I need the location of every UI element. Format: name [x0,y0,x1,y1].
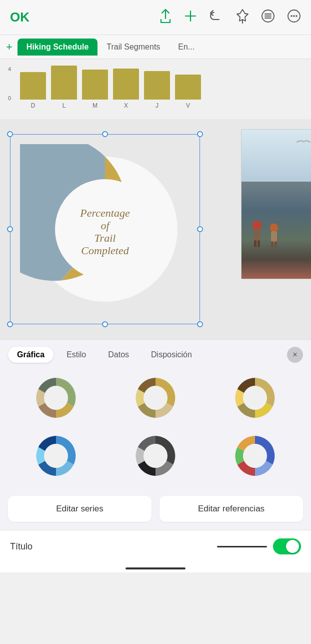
toggle-thumb [286,540,299,553]
y-axis: 4 0 [8,66,11,101]
tab-hiking-schedule[interactable]: Hiking Schedule [18,39,98,56]
edit-references-button[interactable]: Editar referencias [160,496,303,522]
handle-middle-right[interactable] [197,226,203,232]
svg-point-7 [293,15,295,17]
bird-icon [296,139,310,148]
swatch-2[interactable] [110,373,201,423]
filter-icon[interactable] [261,9,275,26]
edit-series-button[interactable]: Editar series [8,496,152,522]
svg-rect-17 [274,241,277,248]
bottom-panel: Gráfica Estilo Datos Disposición × [0,339,311,572]
tab-enc[interactable]: En... [169,39,204,56]
donut-chart-selected[interactable]: Percentage of Trail Completed [10,134,200,324]
titulo-label: Título [10,541,211,552]
svg-rect-16 [271,241,274,248]
titulo-row: Título [0,530,311,562]
svg-point-21 [44,444,68,468]
toolbar-icons [159,9,301,27]
bar-chart: D L M X J V [8,64,303,109]
svg-point-6 [290,15,292,17]
tab-datos[interactable]: Datos [99,347,138,363]
svg-rect-12 [254,240,256,247]
donut-text-line1: Percentage [80,207,130,219]
edit-buttons-row: Editar series Editar referencias [0,491,311,530]
photo-image [242,130,311,279]
canvas-area: Percentage of Trail Completed [0,119,311,339]
ok-button[interactable]: OK [10,10,30,25]
swatch-4[interactable] [10,431,102,481]
handle-top-center[interactable] [102,131,108,137]
swatches-grid [10,373,301,481]
tab-bar: + Hiking Schedule Trail Segments En... [0,35,311,59]
tab-estilo[interactable]: Estilo [58,347,95,363]
swatch-3[interactable] [210,373,301,423]
svg-point-20 [243,386,267,410]
svg-rect-13 [258,240,260,247]
home-bar [126,567,186,569]
swatch-6[interactable] [210,431,301,481]
more-icon[interactable] [287,9,301,26]
svg-rect-11 [254,229,260,241]
svg-point-8 [296,15,298,17]
people-silhouettes [250,221,280,249]
undo-icon[interactable] [209,10,224,26]
handle-middle-left[interactable] [7,226,13,232]
svg-point-10 [252,221,262,230]
handle-top-right[interactable] [197,131,203,137]
donut-text-line3: Trail [94,232,116,244]
close-panel-button[interactable]: × [287,347,303,363]
pin-icon[interactable] [236,9,249,27]
y-label-4: 4 [8,66,11,72]
panel-tabs-row: Gráfica Estilo Datos Disposición × [0,340,311,368]
tab-grafica[interactable]: Gráfica [8,347,54,363]
swatch-1[interactable] [10,373,102,423]
add-sheet-button[interactable]: + [6,41,12,54]
swatch-5[interactable] [110,431,201,481]
svg-point-18 [44,386,68,410]
donut-svg: Percentage of Trail Completed [20,144,190,314]
titulo-divider-line [217,546,267,547]
bar-L: L [51,66,77,109]
swatches-section [0,368,311,491]
svg-point-14 [270,224,278,232]
svg-rect-15 [271,231,277,242]
bar-J: J [144,71,170,109]
bar-V: V [175,75,201,109]
y-label-0: 0 [8,95,11,101]
photo-thumbnail [241,129,311,279]
home-indicator [0,562,311,572]
toolbar: OK [0,0,311,35]
donut-svg-container: Percentage of Trail Completed [20,144,190,314]
titulo-toggle[interactable] [273,538,301,554]
handle-bottom-center[interactable] [102,321,108,327]
bar-chart-area: 4 0 D L M X J V [0,59,311,119]
bar-M: M [82,70,108,109]
share-icon[interactable] [159,9,172,27]
handle-top-left[interactable] [7,131,13,137]
bar-X: X [113,69,139,109]
add-icon[interactable] [184,10,197,26]
donut-text-line2: of [100,219,110,232]
svg-point-22 [144,444,168,468]
svg-point-19 [144,386,168,410]
handle-bottom-right[interactable] [197,321,203,327]
bar-D: D [20,72,46,109]
tab-disposicion[interactable]: Disposición [142,347,201,363]
svg-point-23 [243,444,267,468]
close-icon: × [292,350,297,359]
donut-text-line4: Completed [81,244,129,257]
handle-bottom-left[interactable] [7,321,13,327]
tab-trail-segments[interactable]: Trail Segments [98,39,169,56]
